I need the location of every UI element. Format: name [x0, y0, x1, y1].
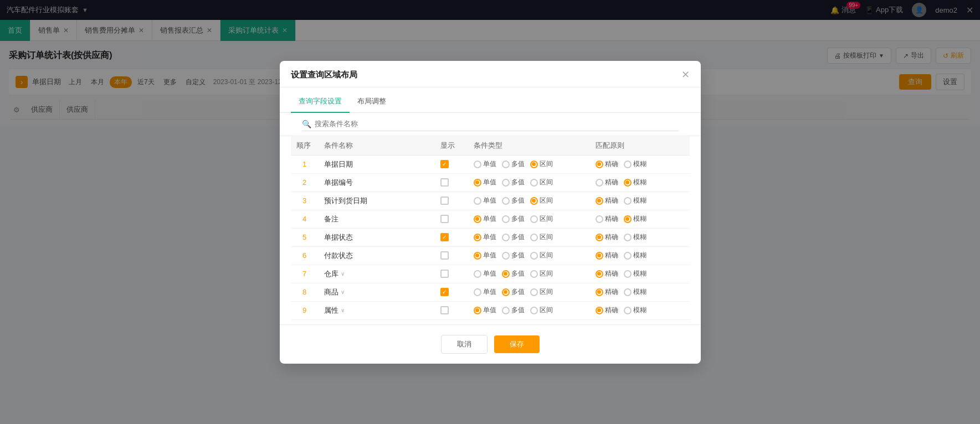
dialog: 设置查询区域布局 ✕ 查询字段设置 布局调整 🔍 顺序 — [280, 61, 701, 127]
modal-overlay: 设置查询区域布局 ✕ 查询字段设置 布局调整 🔍 顺序 — [0, 0, 980, 126]
dialog-title: 设置查询区域布局 — [291, 70, 357, 80]
tab-layout-label: 布局调整 — [357, 97, 386, 105]
tab-fields-label: 查询字段设置 — [299, 97, 342, 105]
dialog-tabs: 查询字段设置 布局调整 — [280, 87, 701, 113]
search-icon: 🔍 — [302, 120, 311, 127]
search-input[interactable] — [315, 120, 679, 126]
dialog-close-button[interactable]: ✕ — [681, 70, 690, 80]
dialog-search-box: 🔍 — [302, 120, 679, 127]
tab-layout[interactable]: 布局调整 — [350, 93, 394, 113]
tab-fields[interactable]: 查询字段设置 — [291, 93, 350, 113]
dialog-header: 设置查询区域布局 ✕ — [280, 61, 701, 87]
dialog-search-area: 🔍 — [280, 113, 701, 127]
